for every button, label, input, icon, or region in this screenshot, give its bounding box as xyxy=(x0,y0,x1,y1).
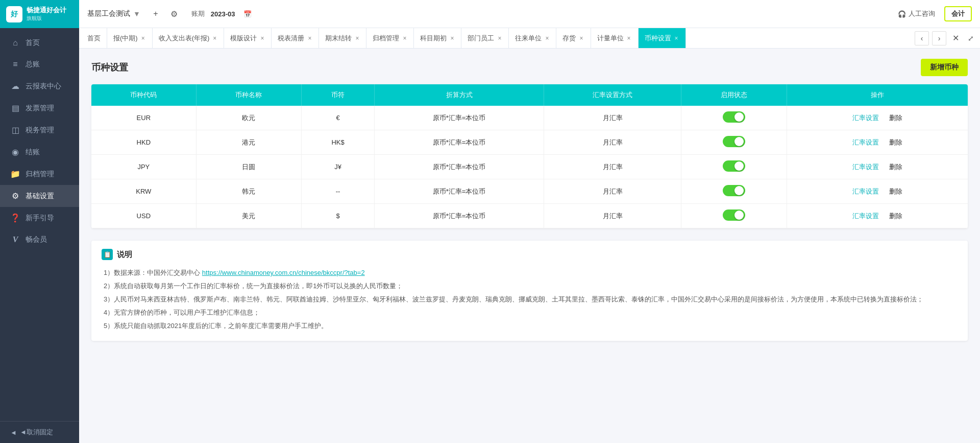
delete-link-3[interactable]: 删除 xyxy=(889,188,902,195)
rate-setting-link-1[interactable]: 汇率设置 xyxy=(852,138,879,146)
tab-tax-form[interactable]: 税表清册 × xyxy=(272,28,319,49)
toggle-enabled-0[interactable] xyxy=(723,111,745,123)
note-item-3: 4）无官方牌价的币种，可以用户手工维护汇率信息； xyxy=(104,306,958,319)
tab-period-end[interactable]: 期末结转 × xyxy=(319,28,366,49)
cell-symbol-2: J¥ xyxy=(301,155,374,179)
tab-dept[interactable]: 部门员工 × xyxy=(461,28,509,49)
tab-template-label: 模版设计 xyxy=(230,34,257,43)
close-icon: ✕ xyxy=(952,33,959,43)
toggle-enabled-3[interactable] xyxy=(723,185,745,196)
table-row: JPY 日圆 J¥ 原币*汇率=本位币 月汇率 汇率设置 删除 xyxy=(91,155,968,179)
expand-button[interactable]: ⤢ xyxy=(964,31,978,45)
tab-template[interactable]: 模版设计 × xyxy=(224,28,272,49)
toggle-enabled-1[interactable] xyxy=(723,136,745,147)
toggle-enabled-4[interactable] xyxy=(723,209,745,221)
calendar-icon[interactable]: 📅 xyxy=(243,10,252,18)
cell-status-1 xyxy=(681,130,787,155)
rate-setting-link-3[interactable]: 汇率设置 xyxy=(852,188,879,195)
sidebar-item-archive[interactable]: 📁 归档管理 xyxy=(0,163,79,185)
sidebar-label-settlement: 结账 xyxy=(26,148,40,157)
sidebar-item-reports[interactable]: ☁ 云报表中心 xyxy=(0,75,79,97)
headset-icon: 🎧 xyxy=(898,10,906,18)
tab-inventory[interactable]: 存货 × xyxy=(556,28,591,49)
tab-unit-close[interactable]: × xyxy=(626,34,632,42)
tab-partner[interactable]: 往来单位 × xyxy=(509,28,556,49)
currency-table: 币种代码 币种名称 币符 折算方式 汇率设置方式 启用状态 操作 EUR 欧元 … xyxy=(91,84,968,228)
tab-inventory-close[interactable]: × xyxy=(578,34,584,42)
support-button[interactable]: 🎧 人工咨询 xyxy=(894,7,939,20)
cell-name-2: 日圆 xyxy=(196,155,301,179)
tab-next-button[interactable]: › xyxy=(932,31,946,45)
tab-dept-close[interactable]: × xyxy=(497,34,502,42)
delete-link-0[interactable]: 删除 xyxy=(889,114,902,122)
sidebar-item-home[interactable]: ⌂ 首页 xyxy=(0,32,79,54)
tab-period[interactable]: 报(中期) × xyxy=(107,28,153,49)
notes-icon: 📋 xyxy=(102,249,113,260)
tab-template-close[interactable]: × xyxy=(259,34,265,42)
sidebar-label-guide: 新手引导 xyxy=(26,214,54,223)
note-item-0: 1）数据来源：中国外汇交易中心 https://www.chinamoney.c… xyxy=(104,266,958,279)
sidebar-pin-toggle[interactable]: ◄ ◄取消固定 xyxy=(0,421,79,443)
topbar: 基层工会测试 ▼ + ⚙ 账期 2023-03 📅 🎧 人工咨询 会计 xyxy=(79,0,980,28)
col-status: 启用状态 xyxy=(681,84,787,106)
tab-currency-close[interactable]: × xyxy=(674,34,679,42)
tab-archive-close[interactable]: × xyxy=(402,34,407,42)
tab-tax-label: 税表清册 xyxy=(278,34,304,43)
sidebar-item-guide[interactable]: ❓ 新手引导 xyxy=(0,207,79,229)
tab-period-end-close[interactable]: × xyxy=(354,34,360,42)
cell-symbol-0: € xyxy=(301,106,374,130)
sidebar-item-invoice[interactable]: ▤ 发票管理 xyxy=(0,97,79,119)
sidebar-item-member[interactable]: V 畅会员 xyxy=(0,229,79,250)
tab-home-label: 首页 xyxy=(87,34,101,43)
tab-unit[interactable]: 计量单位 × xyxy=(591,28,639,49)
logo-text-block: 畅捷通好会计 旗舰版 xyxy=(27,6,66,22)
tab-partner-close[interactable]: × xyxy=(544,34,550,42)
china-money-link[interactable]: https://www.chinamoney.com.cn/chinese/bk… xyxy=(202,269,365,276)
tab-tax-close[interactable]: × xyxy=(307,34,312,42)
tab-currency[interactable]: 币种设置 × xyxy=(639,28,686,49)
note-item-2: 3）人民币对马来西亚林吉特、俄罗斯卢布、南非兰特、韩元、阿联酋迪拉姆、沙特里亚尔… xyxy=(104,293,958,306)
tab-subject[interactable]: 科目期初 × xyxy=(414,28,461,49)
settings-config-button[interactable]: ⚙ xyxy=(167,7,181,21)
toggle-track-2 xyxy=(723,160,745,172)
cell-calc-2: 原币*汇率=本位币 xyxy=(375,155,544,179)
rate-setting-link-2[interactable]: 汇率设置 xyxy=(852,163,879,171)
account-button[interactable]: 会计 xyxy=(944,6,972,21)
cell-rate-type-3: 月汇率 xyxy=(544,179,681,204)
sidebar-item-tax[interactable]: ◫ 税务管理 xyxy=(0,119,79,141)
add-company-button[interactable]: + xyxy=(149,7,163,21)
delete-link-4[interactable]: 删除 xyxy=(889,212,902,220)
tab-home[interactable]: 首页 xyxy=(81,28,107,49)
main-content: 基层工会测试 ▼ + ⚙ 账期 2023-03 📅 🎧 人工咨询 会计 首页 xyxy=(79,0,980,443)
sidebar-item-settings[interactable]: ⚙ 基础设置 xyxy=(0,185,79,207)
cell-code-1: HKD xyxy=(91,130,196,155)
delete-link-2[interactable]: 删除 xyxy=(889,163,902,171)
cell-rate-type-1: 月汇率 xyxy=(544,130,681,155)
company-name: 基层工会测试 ▼ xyxy=(87,9,140,18)
tab-annual-report[interactable]: 收入支出表(年报) × xyxy=(153,28,225,49)
page-header: 币种设置 新增币种 xyxy=(91,59,968,76)
chevron-left-icon: ‹ xyxy=(921,34,923,42)
app-name: 畅捷通好会计 xyxy=(27,6,66,15)
tab-subject-close[interactable]: × xyxy=(449,34,455,42)
sidebar-item-settlement[interactable]: ◉ 结账 xyxy=(0,141,79,163)
toggle-thumb-0 xyxy=(734,112,744,122)
tab-archive[interactable]: 归档管理 × xyxy=(366,28,414,49)
rate-setting-link-0[interactable]: 汇率设置 xyxy=(852,114,879,122)
col-code: 币种代码 xyxy=(91,84,196,106)
tab-annual-close[interactable]: × xyxy=(212,34,217,42)
dropdown-arrow-icon[interactable]: ▼ xyxy=(133,10,140,18)
tab-annual-label: 收入支出表(年报) xyxy=(159,34,210,43)
new-currency-button[interactable]: 新增币种 xyxy=(921,59,968,76)
sidebar-label-home: 首页 xyxy=(26,38,40,48)
cloud-icon: ☁ xyxy=(10,81,20,91)
sidebar-item-ledger[interactable]: ≡ 总账 xyxy=(0,54,79,75)
toggle-enabled-2[interactable] xyxy=(723,160,745,172)
sidebar-nav: ⌂ 首页 ≡ 总账 ☁ 云报表中心 ▤ 发票管理 ◫ 税务管理 ◉ 结账 📁 归… xyxy=(0,28,79,421)
close-all-tabs-button[interactable]: ✕ xyxy=(948,31,963,45)
tab-period-close[interactable]: × xyxy=(140,34,146,42)
delete-link-1[interactable]: 删除 xyxy=(889,138,902,146)
tab-prev-button[interactable]: ‹ xyxy=(915,31,929,45)
rate-setting-link-4[interactable]: 汇率设置 xyxy=(852,212,879,220)
tab-inventory-label: 存货 xyxy=(562,34,576,43)
